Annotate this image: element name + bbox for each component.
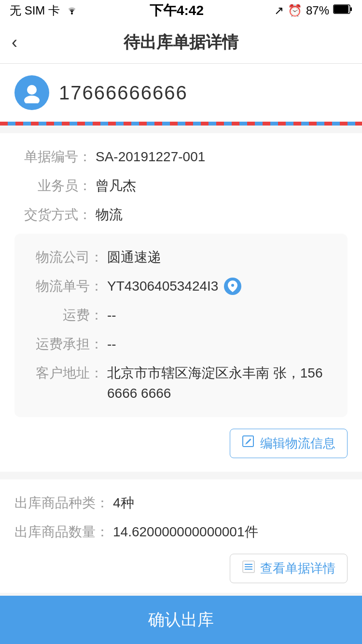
delivery-method-row: 交货方式： 物流 xyxy=(14,205,348,225)
freight-row: 运费： -- xyxy=(26,305,336,325)
status-right: ↗ ⏰ 87% xyxy=(274,4,352,17)
goods-quantity-row: 出库商品数量： 14.620000000000001件 xyxy=(14,522,348,542)
delivery-method-value: 物流 xyxy=(92,205,348,225)
status-time: 下午4:42 xyxy=(150,1,204,20)
logistics-company-row: 物流公司： 圆通速递 xyxy=(26,247,336,267)
view-detail-button[interactable]: 查看单据详情 xyxy=(230,554,348,583)
tracking-row: 物流单号： YT43064053424I3 xyxy=(26,276,336,296)
edit-logistics-button[interactable]: 编辑物流信息 xyxy=(230,429,348,458)
location-status-icon: ↗ xyxy=(274,4,284,17)
svg-point-4 xyxy=(27,85,37,95)
svg-point-5 xyxy=(24,96,40,103)
logistics-card: 物流公司： 圆通速递 物流单号： YT43064053424I3 xyxy=(14,234,348,417)
sales-person-value: 曾凡杰 xyxy=(92,176,348,196)
svg-rect-2 xyxy=(334,5,348,13)
freight-bearer-value: -- xyxy=(103,334,336,354)
avatar xyxy=(14,75,49,110)
battery-icon xyxy=(333,4,352,17)
confirm-bar[interactable]: 确认出库 xyxy=(0,596,362,644)
address-label: 客户地址： xyxy=(26,363,103,383)
sales-person-row: 业务员： 曾凡杰 xyxy=(14,176,348,196)
page-title: 待出库单据详情 xyxy=(124,31,238,54)
logistics-company-value: 圆通速递 xyxy=(103,247,336,267)
freight-value: -- xyxy=(103,305,336,325)
tracking-label: 物流单号： xyxy=(26,276,103,296)
view-detail-area: 查看单据详情 xyxy=(14,554,348,583)
tracking-value-wrap: YT43064053424I3 xyxy=(107,276,336,296)
status-left: 无 SIM 卡 xyxy=(10,3,79,18)
battery-text: 87% xyxy=(306,4,329,17)
confirm-button-label: 确认出库 xyxy=(148,609,214,631)
freight-label: 运费： xyxy=(26,305,103,325)
dashed-divider xyxy=(0,122,362,126)
carrier-text: 无 SIM 卡 xyxy=(10,3,60,18)
user-phone: 17666666666 xyxy=(59,82,188,104)
edit-icon xyxy=(242,435,255,452)
doc-number-row: 单据编号： SA-20191227-001 xyxy=(14,147,348,167)
tracking-number: YT43064053424I3 xyxy=(107,276,218,296)
address-value: 北京市市辖区海淀区永丰南 张，156 6666 6666 xyxy=(103,363,336,404)
freight-bearer-label: 运费承担： xyxy=(26,334,103,354)
list-icon xyxy=(242,560,255,577)
content-wrap: 17666666666 单据编号： SA-20191227-001 业务员： 曾… xyxy=(0,64,362,644)
location-icon[interactable] xyxy=(224,278,241,295)
view-detail-label: 查看单据详情 xyxy=(260,560,335,577)
sales-person-label: 业务员： xyxy=(14,176,92,196)
logistics-company-label: 物流公司： xyxy=(26,247,103,267)
doc-number-label: 单据编号： xyxy=(14,147,92,167)
svg-rect-3 xyxy=(350,7,352,11)
tracking-value: YT43064053424I3 xyxy=(103,276,336,296)
freight-bearer-row: 运费承担： -- xyxy=(26,334,336,354)
back-button[interactable]: ‹ xyxy=(12,32,17,53)
goods-section: 出库商品种类： 4种 出库商品数量： 14.620000000000001件 查… xyxy=(0,479,362,593)
doc-number-value: SA-20191227-001 xyxy=(92,147,348,167)
goods-types-value: 4种 xyxy=(109,493,348,513)
nav-bar: ‹ 待出库单据详情 xyxy=(0,21,362,64)
address-row: 客户地址： 北京市市辖区海淀区永丰南 张，156 6666 6666 xyxy=(26,363,336,404)
status-bar: 无 SIM 卡 下午4:42 ↗ ⏰ 87% xyxy=(0,0,362,21)
user-header: 17666666666 xyxy=(0,64,362,122)
edit-logistics-area: 编辑物流信息 xyxy=(14,429,348,458)
basic-info-section: 单据编号： SA-20191227-001 业务员： 曾凡杰 交货方式： 物流 … xyxy=(0,133,362,472)
edit-logistics-label: 编辑物流信息 xyxy=(260,435,335,452)
delivery-method-label: 交货方式： xyxy=(14,205,92,225)
goods-quantity-value: 14.620000000000001件 xyxy=(109,522,348,542)
goods-types-label: 出库商品种类： xyxy=(14,493,109,513)
goods-quantity-label: 出库商品数量： xyxy=(14,522,109,542)
goods-types-row: 出库商品种类： 4种 xyxy=(14,493,348,513)
svg-point-0 xyxy=(71,13,73,14)
alarm-status-icon: ⏰ xyxy=(288,4,302,17)
wifi-icon xyxy=(65,4,79,17)
